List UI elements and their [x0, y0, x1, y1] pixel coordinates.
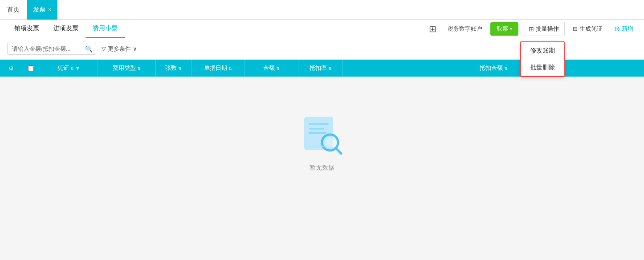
batch-op-icon: ⊞ — [529, 25, 534, 32]
batch-op-button[interactable]: ⊞ 批量操作 — [523, 22, 565, 36]
th-amount[interactable]: 金额 ⇅ — [245, 60, 298, 77]
empty-state-text: 暂无数据 — [310, 164, 334, 172]
dropdown-item-batch-delete[interactable]: 批量删除 — [521, 59, 564, 76]
date-sort-icon: ⇅ — [228, 66, 232, 71]
generate-voucher-icon: ⊟ — [573, 25, 578, 32]
invoice-tab-label: 发票 — [33, 6, 45, 14]
take-invoice-button[interactable]: 取票 ▾ — [490, 22, 518, 36]
th-deduct-rate[interactable]: 抵扣率 ⇅ — [298, 60, 343, 77]
th-expense-type[interactable]: 费用类型 ⇅ — [98, 60, 156, 77]
svg-rect-3 — [309, 132, 326, 134]
search-input-wrap: 🔍 — [7, 43, 96, 55]
home-tab[interactable]: 首页 — [7, 6, 27, 14]
new-icon: ⊕ — [614, 24, 620, 33]
filter-icon: ▽ — [102, 45, 106, 52]
top-nav: 首页 发票 × — [0, 0, 644, 20]
qr-code-button[interactable]: ⊞ — [425, 22, 440, 36]
sheets-sort-icon: ⇅ — [178, 66, 182, 71]
take-invoice-arrow: ▾ — [510, 26, 512, 31]
th-voucher[interactable]: 凭证 ⇅ ▼ — [40, 60, 98, 77]
generate-voucher-button[interactable]: ⊟ 生成凭证 — [569, 23, 606, 35]
tab-expense-receipt[interactable]: 费用小票 — [86, 20, 125, 38]
expense-type-sort-icon: ⇅ — [137, 66, 141, 71]
svg-rect-1 — [309, 123, 329, 125]
th-settings[interactable]: ⚙ — [0, 60, 22, 77]
deduct-rate-sort-icon: ⇅ — [328, 66, 332, 71]
voucher-sort-icon: ⇅ — [70, 66, 74, 71]
search-input[interactable] — [7, 43, 96, 55]
svg-rect-2 — [309, 128, 324, 130]
dropdown-item-modify-period[interactable]: 修改账期 — [521, 42, 564, 59]
more-conditions-arrow: ∨ — [133, 45, 137, 52]
sub-tabs-right: ⊞ 税务数字账户 取票 ▾ ⊞ 批量操作 修改账期 批量删除 ⊟ 生成 — [425, 22, 637, 36]
new-button[interactable]: ⊕ 新增 — [611, 23, 637, 35]
empty-illustration — [295, 112, 349, 157]
empty-state: 暂无数据 — [0, 77, 644, 199]
th-sheets[interactable]: 张数 ⇅ — [156, 60, 192, 77]
invoice-tab-close[interactable]: × — [48, 7, 51, 13]
select-all-checkbox[interactable] — [28, 65, 34, 71]
more-conditions-button[interactable]: ▽ 更多条件 ∨ — [102, 45, 137, 53]
invoice-tab[interactable]: 发票 × — [27, 0, 57, 20]
voucher-filter-icon: ▼ — [75, 65, 80, 71]
sub-tabs-bar: 销项发票 进项发票 费用小票 ⊞ 税务数字账户 取票 ▾ ⊞ 批量操作 修改账期 — [0, 20, 644, 38]
th-date[interactable]: 单据日期 ⇅ — [192, 60, 245, 77]
tax-account-button[interactable]: 税务数字账户 — [444, 23, 486, 35]
batch-op-dropdown: 修改账期 批量删除 — [520, 41, 565, 77]
tab-purchase-invoice[interactable]: 进项发票 — [46, 20, 86, 38]
sub-tabs-left: 销项发票 进项发票 费用小票 — [7, 20, 125, 38]
th-deduct-amount[interactable]: 抵扣金额 ⇅ — [343, 60, 644, 77]
settings-icon: ⚙ — [8, 65, 14, 72]
th-check[interactable] — [22, 60, 40, 77]
amount-sort-icon: ⇅ — [276, 66, 280, 71]
svg-line-6 — [335, 148, 341, 154]
qr-icon: ⊞ — [429, 24, 436, 34]
deduct-amount-sort-icon: ⇅ — [504, 66, 508, 71]
take-invoice-label: 取票 — [497, 25, 508, 33]
batch-op-label: 批量操作 — [536, 25, 559, 33]
batch-op-wrap: ⊞ 批量操作 修改账期 批量删除 — [523, 22, 565, 36]
search-icon[interactable]: 🔍 — [85, 45, 93, 53]
tab-sales-invoice[interactable]: 销项发票 — [7, 20, 46, 38]
